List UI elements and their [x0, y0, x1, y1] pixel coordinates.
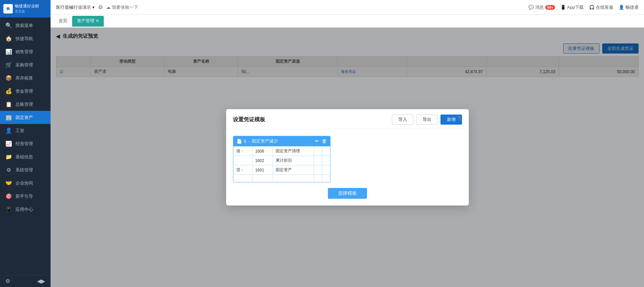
sidebar-item-label: 库存核算	[16, 75, 33, 81]
sidebar-item-label: 搜索菜单	[16, 23, 33, 29]
user-btn[interactable]: 👤 畅捷通	[619, 4, 639, 10]
sidebar-item-management[interactable]: 📈 经营管理	[0, 137, 51, 150]
salary-icon: 👤	[5, 127, 12, 134]
select-template-button[interactable]: 选择模板	[328, 188, 367, 199]
settings-icon[interactable]: ⚙	[5, 278, 10, 284]
template-table-row-empty	[233, 175, 330, 182]
sidebar-item-salary[interactable]: 👤 工资	[0, 124, 51, 137]
import-button[interactable]: 导入	[392, 115, 413, 125]
col-extra2	[322, 165, 330, 175]
template-name: 固定资产减少	[252, 138, 278, 144]
user-icon: 👤	[619, 5, 624, 10]
messages-label: 消息	[535, 4, 544, 10]
account-code: 1606	[252, 147, 273, 156]
template-card: 📄 5 - 固定资产减少 ✏ 🗑	[233, 136, 331, 183]
experience-btn[interactable]: ☁ 我要体验一下	[106, 4, 138, 10]
sidebar-item-capital[interactable]: 💰 资金管理	[0, 85, 51, 98]
app-center-icon: 📱	[5, 206, 12, 213]
messages-badge: 99+	[545, 5, 555, 10]
ledger-icon: 📋	[5, 101, 12, 107]
sidebar-item-label: 新手引导	[16, 193, 33, 199]
message-icon: 💬	[528, 5, 534, 10]
modal-body: 📄 5 - 固定资产减少 ✏ 🗑	[226, 129, 469, 205]
entry-type-empty	[233, 175, 252, 182]
cooperation-icon: 🤝	[5, 180, 12, 186]
account-code-empty	[252, 175, 273, 182]
col-extra1	[314, 165, 322, 175]
template-table-row: 1602 累计折旧	[233, 156, 330, 165]
sidebar-item-search[interactable]: 🔍 搜索菜单	[0, 19, 51, 32]
header: 医疗器械行业演示 ▾ ⚙ ☁ 我要体验一下 💬 消息 99+ 📱 App下载 🎧…	[51, 0, 644, 15]
account-code: 1602	[252, 156, 273, 165]
col-extra1-empty	[314, 175, 322, 182]
template-table-row: 借： 1606 固定资产清理	[233, 147, 330, 156]
messages-btn[interactable]: 💬 消息 99+	[528, 4, 555, 10]
export-button[interactable]: 导出	[416, 115, 438, 125]
app-download-btn[interactable]: 📱 App下载	[560, 4, 584, 10]
tab-close-icon[interactable]: ✕	[96, 19, 99, 23]
tab-home-label: 首页	[59, 18, 67, 24]
entry-type: 借：	[233, 147, 252, 156]
template-card-header-actions: ✏ 🗑	[315, 138, 327, 144]
sidebar-item-guide[interactable]: 🎯 新手引导	[0, 190, 51, 203]
sidebar-item-purchase[interactable]: 🛒 采购管理	[0, 58, 51, 71]
col-extra2-empty	[322, 175, 330, 182]
template-name-separator: -	[248, 139, 250, 144]
col-extra2	[322, 156, 330, 165]
sidebar-item-basic-info[interactable]: 📁 基础信息	[0, 150, 51, 163]
system-icon: ⚙	[5, 167, 12, 173]
sidebar-item-quick-nav[interactable]: 🏠 快捷导航	[0, 32, 51, 45]
sidebar-item-label: 快捷导航	[16, 36, 33, 42]
sidebar-item-ledger[interactable]: 📋 总账管理	[0, 98, 51, 111]
sidebar-item-sales[interactable]: 📊 销售管理	[0, 45, 51, 58]
sidebar-logo: 畅 畅捷通好业财 普及版	[0, 0, 51, 18]
col-extra1	[314, 147, 322, 156]
sales-icon: 📊	[5, 49, 12, 55]
customer-service-btn[interactable]: 🎧 在线客服	[589, 4, 613, 10]
sidebar-item-cooperation[interactable]: 🤝 企业协同	[0, 177, 51, 190]
tab-asset-management[interactable]: 资产管理 ✕	[72, 16, 104, 27]
collapse-icon[interactable]: ◀▶	[37, 278, 45, 284]
experience-text: 我要体验一下	[112, 4, 138, 10]
modal-title: 设置凭证模板	[233, 116, 265, 123]
template-edit-icon[interactable]: ✏	[315, 138, 319, 144]
logo-icon: 畅	[3, 4, 13, 13]
tab-asset-management-label: 资产管理	[77, 18, 94, 24]
main-area: 医疗器械行业演示 ▾ ⚙ ☁ 我要体验一下 💬 消息 99+ 📱 App下载 🎧…	[51, 0, 644, 287]
modal-close-button[interactable]: ✕	[457, 114, 462, 121]
sidebar-item-fixed-assets[interactable]: 🏢 固定资产	[0, 111, 51, 124]
app-download-icon: 📱	[560, 5, 566, 10]
sidebar-item-label: 总账管理	[16, 101, 33, 107]
customer-service-icon: 🎧	[589, 5, 594, 10]
modal-header-actions: 导入 导出 新增	[392, 115, 462, 125]
account-name-empty	[273, 175, 314, 182]
template-card-header: 📄 5 - 固定资产减少 ✏ 🗑	[233, 136, 330, 146]
sidebar-item-label: 企业协同	[16, 180, 33, 186]
col-extra1	[314, 156, 322, 165]
modal-header: 设置凭证模板 导入 导出 新增	[226, 109, 469, 129]
basic-info-icon: 📁	[5, 154, 12, 160]
sidebar-item-inventory[interactable]: 📦 库存核算	[0, 71, 51, 85]
tab-home[interactable]: 首页	[54, 16, 72, 27]
sidebar-item-label: 经营管理	[16, 141, 33, 147]
sidebar-item-label: 资金管理	[16, 88, 33, 94]
sidebar-item-label: 销售管理	[16, 49, 33, 55]
account-name: 固定资产	[273, 165, 314, 175]
customer-service-label: 在线客服	[596, 4, 613, 10]
sidebar: 畅 畅捷通好业财 普及版 🔍 搜索菜单 🏠 快捷导航 📊 销售管理 🛒 采购管理…	[0, 0, 51, 287]
sidebar-item-system[interactable]: ⚙ 系统管理	[0, 163, 51, 177]
sidebar-item-app-center[interactable]: 📱 应用中心	[0, 203, 51, 216]
search-icon: 🔍	[5, 22, 12, 29]
header-settings-icon[interactable]: ⚙	[98, 4, 103, 10]
sidebar-nav: 🔍 搜索菜单 🏠 快捷导航 📊 销售管理 🛒 采购管理 📦 库存核算 💰 资金管…	[0, 18, 51, 275]
logo-version: 普及版	[15, 9, 39, 14]
account-name: 累计折旧	[273, 156, 314, 165]
logo-name: 畅捷通好业财	[15, 4, 39, 9]
template-delete-icon[interactable]: 🗑	[322, 138, 327, 144]
inventory-icon: 📦	[5, 75, 12, 81]
fixed-assets-icon: 🏢	[5, 114, 12, 121]
company-selector[interactable]: 医疗器械行业演示 ▾	[56, 4, 95, 10]
template-code: 5	[244, 139, 246, 144]
app-download-label: App下载	[567, 4, 584, 10]
management-icon: 📈	[5, 140, 12, 147]
